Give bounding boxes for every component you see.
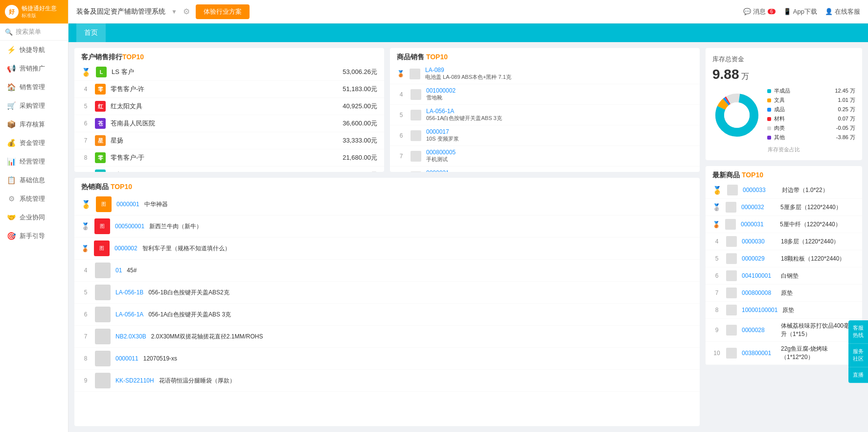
rank-number: 4 bbox=[712, 238, 721, 245]
customer-amount: 21,680.00元 bbox=[343, 153, 377, 162]
hot-products-list: 🥇 图 0000001 中华神器 🥈 图 000500001 新西兰牛肉（新牛）… bbox=[74, 193, 700, 426]
product-thumbnail bbox=[95, 263, 111, 278]
product-name: 45# bbox=[127, 267, 137, 274]
product-name: 白钢垫 bbox=[781, 272, 855, 280]
service-label: 在线客服 bbox=[835, 7, 860, 16]
sidebar-item-finance[interactable]: 💰 资金管理 bbox=[0, 134, 68, 152]
sidebar-item-quick-nav[interactable]: ⚡ 快捷导航 bbox=[0, 41, 68, 59]
inventory-legend: 半成品 12.45 万 文具 1.01 万 成品 0 bbox=[767, 87, 855, 143]
customer-name: LS 客户 bbox=[112, 68, 338, 76]
app-download-button[interactable]: 📱 App下载 bbox=[783, 7, 817, 16]
sidebar-item-inventory[interactable]: 📦 库存核算 bbox=[0, 115, 68, 134]
product-sales-row: 4 001000002 雪地靴 bbox=[390, 84, 700, 105]
customer-service-button[interactable]: 客服热线 bbox=[848, 320, 868, 344]
rank-number: 6 bbox=[712, 272, 721, 279]
trial-button[interactable]: 体验行业方案 bbox=[196, 4, 250, 19]
nav-home[interactable]: 首页 bbox=[76, 24, 106, 42]
right-column: 库存总资金 9.88 万 bbox=[706, 48, 862, 426]
sidebar-item-system[interactable]: ⚙ 系统管理 bbox=[0, 190, 68, 208]
product-thumbnail: 图 bbox=[94, 240, 110, 256]
sidebar-item-label: 资金管理 bbox=[20, 139, 45, 147]
message-icon: 💬 bbox=[743, 8, 751, 15]
customer-row: 8 零 零售客户-于 21,680.00元 bbox=[74, 149, 384, 167]
rank-number: 4 bbox=[81, 267, 90, 274]
product-name: 封边带（1.0*22） bbox=[782, 186, 855, 194]
product-img bbox=[727, 185, 738, 195]
legend-label: 文具 bbox=[774, 96, 835, 104]
operations-icon: 📊 bbox=[7, 157, 16, 166]
product-img bbox=[726, 270, 737, 281]
product-sales-card: 商品销售 TOP10 🥉 LA-089 电池盖 LA-089 ABS本色+黑种 … bbox=[390, 48, 700, 172]
product-name: 10S 变频罗浆 bbox=[426, 135, 693, 143]
sidebar-item-basic-info[interactable]: 📋 基础信息 bbox=[0, 171, 68, 190]
rank-number: 7 bbox=[712, 289, 721, 296]
dropdown-arrow[interactable]: ▼ bbox=[171, 8, 177, 15]
product-code: 004100001 bbox=[742, 272, 776, 279]
rank-number: 9 bbox=[712, 327, 721, 334]
product-img bbox=[726, 325, 737, 336]
rank-number: 5 bbox=[397, 112, 406, 119]
system-title: 装备及固定资产辅助管理系统 bbox=[76, 7, 165, 16]
product-img bbox=[410, 69, 420, 79]
rank-number: 9 bbox=[81, 377, 90, 384]
legend-label: 半成品 bbox=[774, 87, 832, 95]
search-label: 搜索菜单 bbox=[16, 27, 41, 36]
service-community-button[interactable]: 服务社区 bbox=[848, 344, 868, 367]
legend-label: 其他 bbox=[774, 134, 833, 141]
product-code: 000800005 bbox=[426, 149, 693, 156]
hot-product-row: 5 LA-056-1B 056-1B白色按键开关盖ABS2克 bbox=[74, 282, 700, 304]
quick-nav-icon: ⚡ bbox=[7, 46, 16, 54]
inventory-card: 库存总资金 9.88 万 bbox=[706, 48, 862, 160]
customer-row: 🥇 L LS 客户 53,006.26元 bbox=[74, 64, 384, 81]
rank-number: 5 bbox=[81, 289, 90, 296]
message-button[interactable]: 💬 消息 6 bbox=[743, 7, 776, 16]
message-label: 消息 bbox=[753, 7, 766, 16]
search-icon: 🔍 bbox=[5, 28, 13, 36]
sidebar-item-label: 系统管理 bbox=[20, 194, 45, 203]
settings-icon[interactable]: ⚙ bbox=[183, 7, 190, 16]
hot-product-row: 4 01 45# bbox=[74, 260, 700, 282]
inventory-footer: 库存资金占比 bbox=[712, 146, 855, 153]
medal-icon: 🥈 bbox=[712, 203, 721, 211]
legend-dot bbox=[767, 89, 771, 93]
logo-text: 畅捷通好生意 标准版 bbox=[22, 5, 57, 19]
product-code: 0000032 bbox=[741, 204, 776, 211]
sidebar-item-purchase[interactable]: 🛒 采购管理 bbox=[0, 96, 68, 115]
sidebar-item-sales[interactable]: 🏠 销售管理 bbox=[0, 78, 68, 96]
rank-number: 5 bbox=[81, 103, 90, 110]
hot-products-title: 热销商品 TOP10 bbox=[81, 183, 132, 192]
product-code: KK-SD22110H bbox=[115, 377, 154, 384]
product-code: 0000031 bbox=[741, 221, 775, 228]
hot-products-card: 热销商品 TOP10 🥇 图 0000001 中华神器 🥈 图 00050000… bbox=[74, 178, 700, 426]
product-code: 0000033 bbox=[743, 187, 777, 193]
new-product-row: 🥇 0000033 封边带（1.0*22） bbox=[706, 182, 862, 199]
customer-amount: 40,925.00元 bbox=[343, 102, 377, 111]
customer-ranking-title: 客户销售排行TOP10 bbox=[81, 53, 144, 62]
app-download-label: App下载 bbox=[793, 7, 817, 16]
inventory-icon: 📦 bbox=[7, 120, 16, 129]
sidebar-item-enterprise[interactable]: 🤝 企业协同 bbox=[0, 208, 68, 227]
sidebar-item-operations[interactable]: 📊 经营管理 bbox=[0, 152, 68, 171]
product-img bbox=[726, 253, 737, 264]
customer-row: 7 星 星扬 33,333.00元 bbox=[74, 132, 384, 149]
service-icon: 👤 bbox=[825, 8, 833, 15]
product-code: 003800001 bbox=[742, 350, 776, 357]
search-menu[interactable]: 🔍 搜索菜单 bbox=[0, 24, 68, 41]
product-name: 体械荔枝味苏打饮品400毫升（1*15） bbox=[781, 322, 855, 338]
product-code: LA-056-1A bbox=[426, 108, 693, 115]
hot-products-header: 热销商品 TOP10 bbox=[74, 178, 700, 193]
product-thumbnail bbox=[95, 307, 111, 322]
sidebar-item-marketing[interactable]: 📢 营销推广 bbox=[0, 59, 68, 78]
online-service-button[interactable]: 👤 在线客服 bbox=[825, 7, 860, 16]
sidebar-item-label: 经营管理 bbox=[20, 157, 45, 166]
rank-number: 5 bbox=[712, 255, 721, 262]
sidebar-item-guide[interactable]: 🎯 新手引导 bbox=[0, 227, 68, 245]
product-sales-row: 5 LA-056-1A 056-1A白色按键开关盖ABS 3克 bbox=[390, 105, 700, 125]
live-button[interactable]: 直播 bbox=[848, 367, 868, 383]
product-sales-header: 商品销售 TOP10 bbox=[390, 48, 700, 64]
legend-item: 肉类 -0.05 万 bbox=[767, 124, 855, 132]
enterprise-icon: 🤝 bbox=[7, 213, 16, 222]
hot-product-row: 7 NB2.0X30B 2.0X30MM双搓花轴搓花直径2.1MM/ROHS bbox=[74, 326, 700, 348]
page-content: 客户销售排行TOP10 🥇 L LS 客户 53,006.26元 4 零 零售 bbox=[69, 42, 868, 432]
sidebar-item-label: 新手引导 bbox=[20, 232, 45, 240]
